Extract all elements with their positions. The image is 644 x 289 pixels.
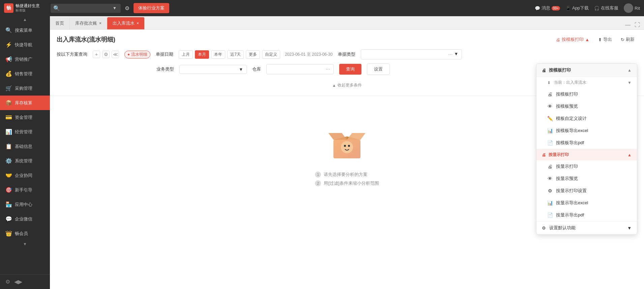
disp-settings-icon: ⚙ (547, 188, 553, 193)
template-print-item[interactable]: 🖨 按模板打印 (536, 88, 637, 100)
template-print-dropdown: 🖨 按模板打印 ▲ ⬇ 当前：出入库流水 ▼ 🖨 (536, 63, 637, 235)
bill-type-more-btn[interactable]: ··· (448, 51, 452, 57)
add-filter-btn[interactable]: + (93, 51, 100, 58)
filter-tag[interactable]: ● 流水明细 (124, 51, 150, 58)
display-print-chevron[interactable]: ▲ (627, 153, 632, 157)
online-service-btn[interactable]: 🎧 在线客服 (594, 5, 618, 11)
search-dropdown-btn[interactable]: ▼ (111, 5, 118, 11)
business-type-select[interactable]: ▼ (179, 65, 247, 74)
template-pdf-item[interactable]: 📄 按模板导出pdf (536, 137, 637, 149)
bill-type-select[interactable]: ··· ▼ (361, 49, 462, 59)
apps-icon: 🏪 (5, 201, 12, 208)
date-btn-current-month[interactable]: 本月 (195, 50, 209, 59)
filter-collapse-btn[interactable]: ≪ (112, 51, 119, 58)
app-version: 标准版 (16, 8, 40, 13)
display-print-settings-item[interactable]: ⚙ 按显示打印设置 (536, 185, 637, 197)
tab-batch-account-close[interactable]: × (99, 21, 101, 26)
print-header-icon: 🖨 (542, 68, 546, 73)
sidebar-item-weixin[interactable]: 💬 企业微信 (0, 212, 50, 226)
setting-btn[interactable]: 设置 (367, 63, 390, 75)
refresh-btn[interactable]: ↻ 刷新 (618, 35, 637, 44)
tab-home[interactable]: 首页 (50, 17, 70, 29)
date-btn-more[interactable]: 更多 (246, 50, 260, 59)
display-excel-item[interactable]: 📊 按显示导出excel (536, 197, 637, 209)
tab-batch-account[interactable]: 库存批次账 × (70, 17, 107, 29)
export-icon: ⬆ (598, 37, 602, 42)
query-btn[interactable]: 查询 (339, 64, 361, 75)
sidebar-label-quick-nav: 快捷导航 (15, 42, 32, 48)
tab-flow[interactable]: 出入库流水 × (107, 17, 145, 29)
basic-icon: 📋 (5, 143, 12, 150)
bill-type-chevron: ▼ (454, 51, 459, 57)
industry-solution-btn[interactable]: 体验行业方案 (134, 3, 169, 13)
settings-icon[interactable]: ⚙ (123, 4, 131, 13)
minimize-window-btn[interactable]: — (624, 21, 632, 29)
dropdown-title: 按模板打印 (549, 67, 571, 73)
sidebar-item-purchase[interactable]: 🛒 采购管理 (0, 81, 50, 96)
dropdown-header[interactable]: 🖨 按模板打印 ▲ (536, 64, 637, 77)
filter-settings-btn[interactable]: ⚙ (102, 51, 110, 58)
template-design-item[interactable]: ✏️ 模板自定义设计 (536, 112, 637, 125)
sidebar-item-operations[interactable]: 📊 经营管理 (0, 125, 50, 139)
sidebar-settings-icon[interactable]: ⚙ (5, 279, 10, 285)
sidebar-collapse-icon[interactable]: ◀▶ (14, 279, 22, 285)
export-btn[interactable]: ⬆ 导出 (595, 35, 615, 44)
tab-flow-close[interactable]: × (137, 21, 139, 26)
display-print-header-label: 按显示打印 (549, 152, 569, 158)
page-content: 出入库流水(流水明细) 🖨 按模板打印 ▲ ⬆ 导出 ↻ (50, 30, 644, 289)
dropdown-header-chevron[interactable]: ▲ (627, 68, 632, 73)
template-preview-item[interactable]: 👁 按模板预览 (536, 100, 637, 112)
sidebar-item-member[interactable]: 👑 畅会员 (0, 226, 50, 241)
search-input[interactable] (62, 6, 109, 10)
display-print-section-header[interactable]: 🖨 按显示打印 ▲ (536, 149, 637, 160)
logo-icon: 畅 (4, 3, 13, 13)
sidebar-scroll-up[interactable]: ▲ (0, 16, 50, 23)
tab-bar: 首页 库存批次账 × 出入库流水 × — ⛶ (50, 16, 644, 30)
date-btn-prev-month[interactable]: 上月 (179, 50, 193, 59)
svg-point-6 (344, 145, 346, 147)
sidebar-item-sales[interactable]: 💰 销售管理 (0, 67, 50, 81)
tpl-print-icon: 🖨 (547, 91, 553, 97)
sidebar-item-inventory[interactable]: 📦 库存核算 (0, 96, 50, 110)
warehouse-select[interactable]: ··· (266, 64, 334, 74)
sidebar-scroll-down[interactable]: ▼ (0, 241, 50, 247)
header-search-box[interactable]: 🔍 ▼ (51, 4, 121, 13)
tab-flow-label: 出入库流水 (113, 20, 135, 26)
sidebar-label-purchase: 采购管理 (15, 85, 32, 91)
date-btn-this-year[interactable]: 本年 (211, 50, 225, 59)
finance-icon: 💳 (5, 114, 12, 121)
maximize-window-btn[interactable]: ⛶ (633, 21, 641, 29)
sidebar-item-cooperation[interactable]: 🤝 企业协同 (0, 168, 50, 183)
template-print-btn[interactable]: 🖨 按模板打印 ▲ (553, 35, 592, 44)
member-icon: 👑 (5, 230, 12, 237)
messages-btn[interactable]: 💬 消息 99+ (535, 5, 560, 11)
sidebar-item-search[interactable]: 🔍 搜索菜单 (0, 23, 50, 37)
sidebar-item-system[interactable]: ⚙️ 系统管理 (0, 154, 50, 168)
sidebar-item-finance[interactable]: 💳 资金管理 (0, 110, 50, 125)
date-btn-7days[interactable]: 近7天 (227, 50, 244, 59)
display-pdf-item[interactable]: 📄 按显示导出pdf (536, 209, 637, 221)
sidebar-item-basic[interactable]: 📋 基础信息 (0, 139, 50, 154)
user-name: Rit (635, 6, 640, 11)
user-avatar-area[interactable]: Rit (624, 3, 640, 13)
business-type-label: 业务类型 (156, 66, 174, 72)
sidebar-bottom: ⚙ ◀▶ (0, 274, 50, 289)
sidebar-item-guide[interactable]: 🎯 新手引导 (0, 183, 50, 197)
app-download-label: App下载 (572, 5, 589, 11)
display-print-item[interactable]: 🖨 按显示打印 (536, 160, 637, 173)
sidebar-item-apps[interactable]: 🏪 应用中心 (0, 197, 50, 212)
cooperation-icon: 🤝 (5, 172, 12, 179)
sidebar-label-sales: 销售管理 (15, 71, 32, 77)
dropdown-bottom-item[interactable]: ⚙ 设置默认功能 ▼ (536, 221, 637, 234)
tpl-excel-icon: 📊 (547, 128, 553, 133)
tpl-preview-label: 按模板预览 (556, 103, 578, 109)
warehouse-more-btn[interactable]: ··· (326, 66, 330, 72)
display-preview-item[interactable]: 👁 按显示预览 (536, 173, 637, 185)
template-excel-item[interactable]: 📊 按模板导出excel (536, 125, 637, 137)
default-func-icon: ⚙ (542, 226, 546, 231)
tab-home-label: 首页 (55, 20, 64, 26)
sidebar-item-quick-nav[interactable]: ⚡ 快捷导航 (0, 37, 50, 52)
date-btn-custom[interactable]: 自定义 (262, 50, 280, 59)
app-download-btn[interactable]: 📱 App下载 (565, 5, 589, 11)
sidebar-item-marketing[interactable]: 📢 营销推广 (0, 52, 50, 67)
